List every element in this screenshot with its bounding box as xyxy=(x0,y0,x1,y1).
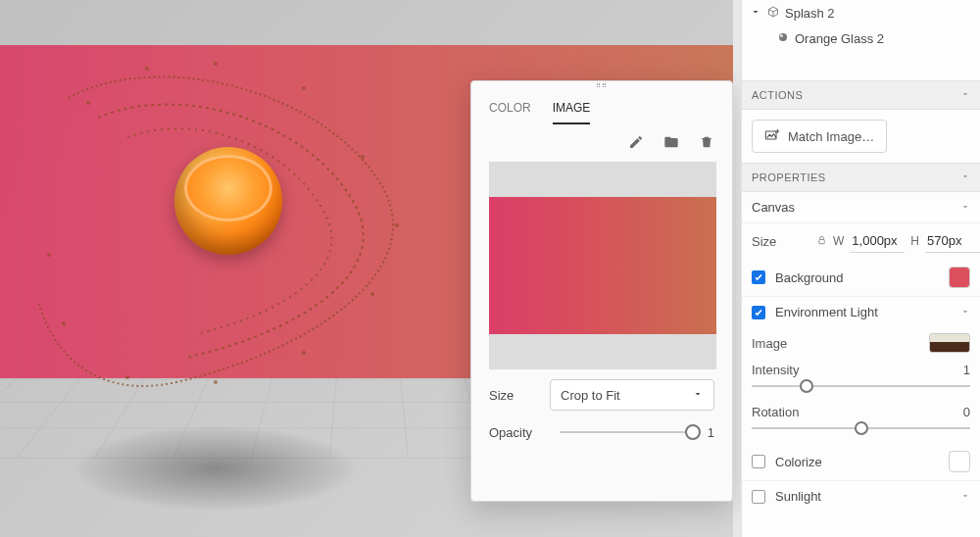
sunlight-checkbox[interactable] xyxy=(752,490,765,504)
trash-icon[interactable] xyxy=(699,134,714,154)
tree-item-label: Orange Glass 2 xyxy=(795,31,884,46)
match-image-label: Match Image… xyxy=(788,129,874,144)
chevron-down-icon xyxy=(960,489,970,504)
tab-image[interactable]: IMAGE xyxy=(553,101,591,124)
width-prefix: W xyxy=(833,234,844,248)
popover-drag-handle[interactable]: ⠿⠿ xyxy=(471,81,732,91)
match-image-icon xyxy=(764,128,780,145)
scene-tree-item-child[interactable]: Orange Glass 2 xyxy=(742,25,980,51)
object-3d-icon xyxy=(767,6,779,21)
svg-point-12 xyxy=(779,33,787,41)
chevron-down-icon xyxy=(960,305,970,319)
match-image-button[interactable]: Match Image… xyxy=(752,120,887,153)
intensity-value: 1 xyxy=(963,363,970,377)
right-panel: Splash 2 Orange Glass 2 ACTIONS Match Im… xyxy=(741,0,980,537)
rotation-slider[interactable] xyxy=(742,419,980,443)
section-title: PROPERTIES xyxy=(752,171,826,183)
size-label: Size xyxy=(752,234,810,249)
chevron-down-icon xyxy=(960,200,970,215)
colorize-checkbox[interactable] xyxy=(752,455,765,468)
env-light-checkbox[interactable] xyxy=(752,306,765,319)
opacity-value: 1 xyxy=(703,425,714,440)
tab-color[interactable]: COLOR xyxy=(489,101,531,124)
colorize-color-swatch[interactable] xyxy=(949,451,970,472)
rotation-value: 0 xyxy=(963,405,970,419)
background-color-swatch[interactable] xyxy=(949,267,970,288)
rotation-slider-thumb[interactable] xyxy=(855,421,868,435)
rotation-label: Rotation xyxy=(752,405,799,419)
material-icon xyxy=(777,31,789,46)
svg-point-13 xyxy=(780,34,783,37)
colorize-label: Colorize xyxy=(775,455,822,469)
scene-tree-item-parent[interactable]: Splash 2 xyxy=(742,0,980,25)
object-shadow xyxy=(39,410,392,527)
background-label: Background xyxy=(775,270,843,285)
chevron-down-icon xyxy=(960,89,970,101)
lock-icon[interactable] xyxy=(816,234,827,249)
canvas-title-text: Canvas xyxy=(752,200,795,215)
canvas-section-title[interactable]: Canvas xyxy=(742,192,980,223)
opacity-slider[interactable] xyxy=(560,422,693,442)
folder-icon[interactable] xyxy=(663,134,679,154)
env-light-label: Environment Light xyxy=(775,305,878,319)
background-image-popover: ⠿⠿ COLOR IMAGE Size Crop to Fit Opacity xyxy=(470,80,733,502)
size-select[interactable]: Crop to Fit xyxy=(550,379,714,411)
opacity-slider-thumb[interactable] xyxy=(685,424,701,440)
section-title: ACTIONS xyxy=(752,89,803,101)
properties-section-header[interactable]: PROPERTIES xyxy=(742,163,980,192)
popover-size-label: Size xyxy=(489,388,550,403)
background-checkbox[interactable] xyxy=(752,270,765,284)
tree-item-label: Splash 2 xyxy=(785,6,835,21)
chevron-down-icon xyxy=(960,171,970,183)
image-preview xyxy=(489,162,716,369)
image-preview-swatch xyxy=(489,197,716,334)
intensity-label: Intensity xyxy=(752,363,799,377)
opacity-label: Opacity xyxy=(489,425,550,440)
height-prefix: H xyxy=(910,234,919,248)
svg-rect-15 xyxy=(819,239,825,243)
intensity-slider-thumb[interactable] xyxy=(800,379,813,393)
sunlight-label: Sunlight xyxy=(775,489,821,504)
actions-section-header[interactable]: ACTIONS xyxy=(742,80,980,110)
orange-object[interactable] xyxy=(174,147,282,255)
env-image-thumbnail[interactable] xyxy=(929,333,970,353)
size-select-value: Crop to Fit xyxy=(561,388,620,403)
chevron-down-icon xyxy=(692,388,704,403)
intensity-slider[interactable] xyxy=(742,377,980,401)
chevron-down-icon xyxy=(750,6,761,21)
width-input[interactable] xyxy=(850,229,905,253)
env-image-label: Image xyxy=(752,336,810,351)
edit-icon[interactable] xyxy=(628,134,644,154)
height-input[interactable] xyxy=(925,229,980,253)
